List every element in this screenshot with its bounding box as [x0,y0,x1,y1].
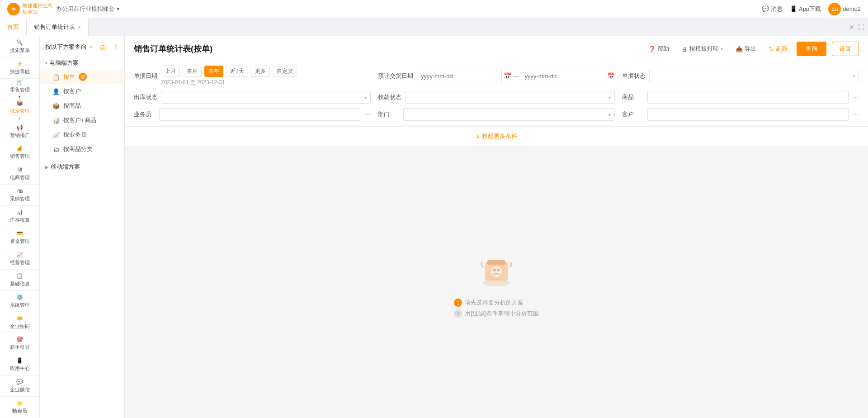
query-button[interactable]: 查询 [797,42,826,56]
this-month-btn[interactable]: 本月 [183,66,202,77]
operations-icon: 📈 [16,252,23,258]
salesperson-dots[interactable]: ··· [365,110,371,119]
pc-plan-category[interactable]: ▾ 电脑端方案 [40,56,124,70]
sidebar-item-retail[interactable]: 🛒 零售管理 ▾ [0,79,39,100]
settings-button[interactable]: 设置 [832,42,859,56]
pc-plan-label: 电脑端方案 [49,59,79,67]
payment-status-dropdown[interactable]: ▾ [405,91,615,104]
collapse-panel-btn[interactable]: 《 [110,43,119,52]
sidebar-item-purchase[interactable]: 🛍 采购管理 [0,185,39,206]
sidebar-item-member[interactable]: ⭐ 畅会员 [0,397,39,418]
sidebar-item-ecommerce[interactable]: 🖥 电商管理 [0,163,39,185]
enterprise-icon: 🤝 [16,315,23,322]
print-btn[interactable]: 🖨 按模板打印 ▾ [678,43,726,55]
sidebar-item-apps[interactable]: 📱 应用中心 [0,354,39,375]
sidebar-item-quicknav[interactable]: ⚡ 快捷导航 [0,57,39,79]
sidebar: 🔍 搜索菜单 ⚡ 快捷导航 🛒 零售管理 ▾ 📦 批发管理 ▴ 📢 营销推广 💰… [0,36,40,418]
window-close-btn[interactable]: ✕ [849,24,854,31]
expected-date-end[interactable] [521,70,606,82]
breadcrumb-text: 办公用品行业模拟账套 [56,5,115,13]
product-dots[interactable]: ··· [853,93,859,101]
sidebar-item-basic[interactable]: 📋 基础信息 [0,270,39,291]
page-title: 销售订单统计表(按单) [134,43,212,54]
purchase-icon: 🛍 [17,188,23,194]
plan-item-icon-3: 📊 [52,117,60,124]
header-left: 畅捷通好生意 标准版 办公用品行业模拟账套 ▾ [7,3,120,15]
expected-date-start[interactable] [417,70,502,82]
export-icon: 📤 [736,46,743,52]
mobile-plan-category[interactable]: ▶ 移动端方案 [40,160,124,174]
plan-item-1[interactable]: 👤 按客户 [40,84,124,99]
refresh-icon: ↻ [769,46,774,52]
sidebar-item-finance[interactable]: 💳 资金管理 [0,227,39,248]
calendar-end-icon[interactable]: 📅 [607,72,615,80]
add-plan-btn[interactable]: ＋ [86,43,95,52]
product-input[interactable] [647,91,849,104]
collapse-button[interactable]: ∧ 收起更多条件 [470,130,523,142]
search-icon: 🔍 [16,39,23,46]
hint-num-1: 1 [454,299,462,307]
window-max-btn[interactable]: ⛶ [858,24,864,31]
page-title-bar: 销售订单统计表(按单) ❓ 帮助 🖨 按模板打印 ▾ 📤 导出 [125,36,868,60]
sidebar-item-inventory[interactable]: 📊 库存核算 [0,206,39,227]
last7-btn[interactable]: 近7天 [226,66,248,77]
order-status-dropdown[interactable]: ▾ [649,70,859,82]
plan-item-3[interactable]: 📊 按客户+商品 [40,113,124,128]
sidebar-item-operations[interactable]: 📈 经营管理 [0,248,39,270]
collapse-icon: ∧ [476,133,480,140]
last-month-btn[interactable]: 上月 [161,66,180,77]
message-btn[interactable]: 💬 消息 [762,5,783,13]
this-year-btn[interactable]: 本年 [204,66,223,77]
main-layout: 🔍 搜索菜单 ⚡ 快捷导航 🛒 零售管理 ▾ 📦 批发管理 ▴ 📢 营销推广 💰… [0,36,868,418]
customer-input[interactable] [647,108,849,121]
refresh-btn[interactable]: ↻ 刷新 [765,43,791,55]
sidebar-item-enterprise[interactable]: 🤝 企业协同 [0,312,39,333]
product-label: 商品 [622,93,644,101]
sidebar-item-search[interactable]: 🔍 搜索菜单 [0,36,39,57]
customer-field: 客户 ··· [622,108,859,121]
salesperson-input[interactable] [159,108,360,121]
tab-bar-actions: ✕ ⛶ [849,24,868,31]
quicknav-icon: ⚡ [16,61,23,67]
sidebar-item-wechat[interactable]: 💬 企业微信 [0,375,39,397]
user-area[interactable]: Ea demo2 [828,3,861,15]
date-btn-group: 上月 本月 本年 近7天 更多 自定义 [161,66,371,77]
sales-icon: 💰 [16,145,23,152]
retail-icon: 🛒 [16,79,23,85]
plan-item-2[interactable]: 📦 按商品 [40,99,124,113]
user-name: demo2 [843,5,861,12]
plan-item-icon-5: 🗂 [52,146,60,153]
app-download-btn[interactable]: 📱 App下载 [790,5,821,13]
customer-dots[interactable]: ··· [853,110,859,119]
custom-btn[interactable]: 自定义 [273,66,297,77]
payment-status-label: 收款状态 [378,93,401,101]
logo-icon [7,3,20,15]
breadcrumb-dropdown[interactable]: 办公用品行业模拟账套 ▾ [56,5,120,13]
plan-item-5[interactable]: 🗂 按商品分类 [40,142,124,157]
plan-item-label-5: 按商品分类 [63,145,93,153]
plan-item-0[interactable]: 📋 按单 按 [40,70,124,84]
plan-item-label-2: 按商品 [63,102,81,110]
filter-row-3: 业务员 ··· 部门 ▾ 客户 [134,108,859,121]
sidebar-item-sales[interactable]: 💰 销售管理 [0,142,39,163]
more-btn[interactable]: 更多 [251,66,270,77]
help-icon: ❓ [648,46,656,52]
page-actions: ❓ 帮助 🖨 按模板打印 ▾ 📤 导出 ↻ 刷新 [645,42,859,56]
shipping-status-dropdown[interactable]: ▾ [161,91,371,104]
department-dropdown[interactable]: ▾ [403,108,615,121]
member-icon: ⭐ [16,400,23,406]
tab-home[interactable]: 首页 [0,18,27,36]
help-btn[interactable]: ❓ 帮助 [645,43,673,55]
sidebar-item-system[interactable]: ⚙️ 系统管理 [0,291,39,312]
calendar-start-icon[interactable]: 📅 [504,72,511,80]
plan-item-icon-4: 📈 [52,131,60,138]
export-btn[interactable]: 📤 导出 [732,43,760,55]
plan-item-4[interactable]: 📈 按业务员 [40,128,124,142]
sidebar-item-newbie[interactable]: 🎯 新手引导 [0,333,39,354]
edit-plan-btn[interactable]: ◎ [98,43,107,52]
tab-active[interactable]: 销售订单统计表 × [27,18,89,36]
sidebar-item-marketing[interactable]: 📢 营销推广 [0,121,39,142]
order-date-field: 单据日期 上月 本月 本年 近7天 更多 自定义 2023-01-01 至 20… [134,66,371,86]
tab-close-icon[interactable]: × [78,24,81,30]
sidebar-item-wholesale[interactable]: 📦 批发管理 ▴ [0,100,39,121]
